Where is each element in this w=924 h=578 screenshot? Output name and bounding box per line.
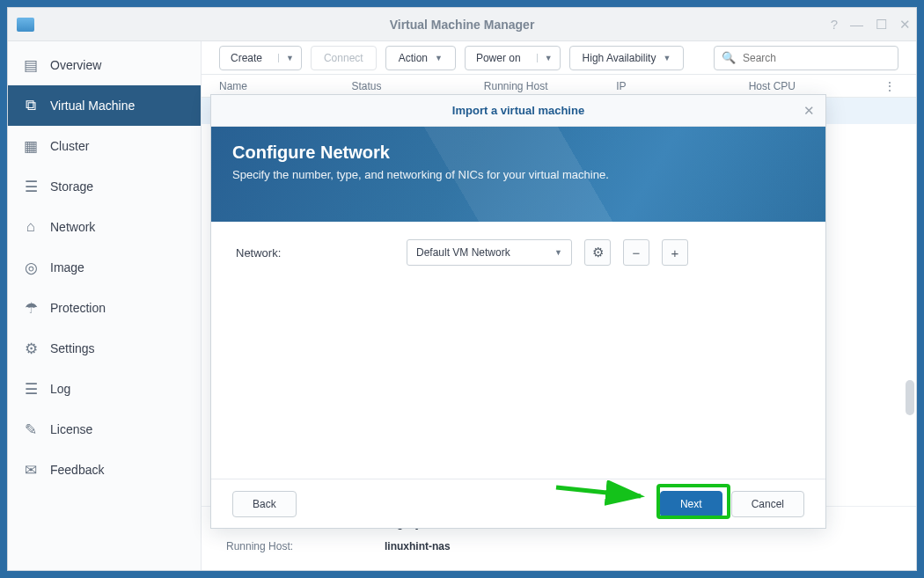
action-button-label: Action	[399, 52, 428, 64]
log-icon: ☰	[22, 381, 40, 397]
image-icon: ◎	[22, 260, 40, 275]
sidebar-item-label: Settings	[50, 341, 95, 355]
sidebar-item-log[interactable]: ☰ Log	[8, 369, 201, 409]
sidebar-item-label: Virtual Machine	[50, 99, 135, 113]
sidebar-item-license[interactable]: ✎ License	[8, 409, 201, 450]
sidebar-item-label: Image	[50, 260, 84, 274]
minimize-icon[interactable]: —	[850, 17, 863, 33]
dialog-title: Import a virtual machine	[452, 104, 584, 117]
detail-key-host: Running Host:	[226, 540, 385, 552]
network-field-row: Network: Default VM Network ▼ ⚙ − +	[236, 239, 801, 266]
sidebar-item-label: Log	[50, 382, 70, 396]
sidebar-item-overview[interactable]: ▤ Overview	[8, 45, 201, 85]
nic-settings-button[interactable]: ⚙	[584, 239, 611, 266]
cancel-button[interactable]: Cancel	[731, 491, 804, 517]
overview-icon: ▤	[22, 57, 40, 73]
minus-icon: −	[633, 245, 641, 260]
search-input[interactable]	[741, 51, 891, 65]
connect-button-label: Connect	[324, 52, 363, 64]
sidebar-item-network[interactable]: ⌂ Network	[8, 207, 201, 247]
cluster-icon: ▦	[22, 138, 40, 154]
nic-add-button[interactable]: +	[662, 239, 688, 266]
create-button-label: Create	[220, 52, 273, 64]
next-button-label: Next	[680, 498, 702, 510]
search-icon: 🔍	[722, 51, 736, 64]
feedback-icon: ✉	[22, 462, 40, 478]
network-dropdown-value: Default VM Network	[416, 246, 510, 259]
window-controls: ? — ☐ ✕	[831, 17, 911, 33]
window-title: Virtual Machine Manager	[8, 18, 916, 32]
nic-remove-button[interactable]: −	[623, 239, 649, 266]
col-running-host[interactable]: Running Host	[484, 80, 616, 92]
dialog-heading: Configure Network	[232, 143, 804, 163]
network-icon: ⌂	[22, 219, 40, 235]
close-window-icon[interactable]: ✕	[899, 17, 911, 33]
chevron-down-icon[interactable]: ▼	[537, 54, 560, 62]
sidebar-item-virtual-machine[interactable]: ⧉ Virtual Machine	[8, 85, 201, 126]
col-ip[interactable]: IP	[616, 80, 748, 92]
col-name[interactable]: Name	[219, 80, 351, 92]
sidebar-item-protection[interactable]: ☂ Protection	[8, 288, 201, 328]
next-button[interactable]: Next	[660, 491, 722, 517]
close-icon[interactable]: ✕	[803, 103, 815, 119]
sidebar-item-label: Network	[50, 220, 95, 234]
connect-button[interactable]: Connect	[311, 46, 377, 70]
network-label: Network:	[236, 246, 394, 260]
sidebar-item-feedback[interactable]: ✉ Feedback	[8, 450, 201, 490]
back-button[interactable]: Back	[232, 491, 297, 517]
help-icon[interactable]: ?	[831, 17, 838, 33]
sidebar-item-label: License	[50, 422, 92, 436]
chevron-down-icon: ▼	[663, 54, 671, 62]
sidebar-item-label: Cluster	[50, 139, 89, 153]
import-vm-dialog: Import a virtual machine ✕ Configure Net…	[210, 94, 826, 529]
chevron-down-icon: ▼	[435, 54, 443, 62]
dialog-hero: Configure Network Specify the number, ty…	[211, 127, 825, 222]
ha-button[interactable]: High Availability ▼	[569, 46, 685, 70]
back-button-label: Back	[253, 498, 276, 510]
ha-button-label: High Availability	[583, 52, 656, 64]
power-button[interactable]: Power on ▼	[465, 46, 561, 70]
dialog-subtitle: Specify the number, type, and networking…	[232, 168, 804, 181]
license-icon: ✎	[22, 421, 40, 437]
app-window: Virtual Machine Manager ? — ☐ ✕ ▤ Overvi…	[7, 7, 917, 571]
dialog-body: Network: Default VM Network ▼ ⚙ − +	[211, 222, 825, 479]
col-host-cpu[interactable]: Host CPU	[749, 80, 881, 92]
sidebar-item-storage[interactable]: ☰ Storage	[8, 166, 201, 207]
dialog-footer: Back Next Cancel	[211, 479, 825, 528]
network-dropdown[interactable]: Default VM Network ▼	[407, 239, 572, 266]
plus-icon: +	[671, 245, 679, 260]
vm-icon: ⧉	[22, 98, 40, 113]
detail-value-host: linuxhint-nas	[385, 540, 451, 552]
maximize-icon[interactable]: ☐	[876, 17, 887, 33]
chevron-down-icon[interactable]: ▼	[278, 54, 301, 62]
search-field[interactable]: 🔍	[714, 46, 898, 70]
create-button[interactable]: Create ▼	[219, 46, 302, 70]
sidebar-item-label: Overview	[50, 58, 101, 72]
sidebar-item-image[interactable]: ◎ Image	[8, 247, 201, 288]
action-button[interactable]: Action ▼	[385, 46, 456, 70]
sidebar-item-label: Feedback	[50, 463, 104, 477]
sidebar-item-label: Protection	[50, 301, 106, 315]
storage-icon: ☰	[22, 179, 40, 194]
sidebar: ▤ Overview ⧉ Virtual Machine ▦ Cluster ☰…	[8, 41, 202, 570]
gear-icon: ⚙	[592, 245, 604, 260]
chevron-down-icon: ▼	[554, 248, 562, 257]
power-button-label: Power on	[466, 52, 532, 64]
titlebar: Virtual Machine Manager ? — ☐ ✕	[8, 8, 916, 41]
scrollbar[interactable]	[906, 380, 914, 415]
column-menu-icon[interactable]: ⋮	[881, 80, 898, 92]
toolbar: Create ▼ Connect Action ▼ Power on ▼ Hig…	[202, 41, 916, 75]
col-status[interactable]: Status	[351, 80, 483, 92]
gear-icon: ⚙	[22, 340, 40, 356]
dialog-titlebar: Import a virtual machine ✕	[211, 95, 825, 127]
sidebar-item-label: Storage	[50, 179, 93, 194]
sidebar-item-cluster[interactable]: ▦ Cluster	[8, 126, 201, 166]
cancel-button-label: Cancel	[752, 498, 784, 510]
protection-icon: ☂	[22, 300, 40, 316]
sidebar-item-settings[interactable]: ⚙ Settings	[8, 328, 201, 369]
